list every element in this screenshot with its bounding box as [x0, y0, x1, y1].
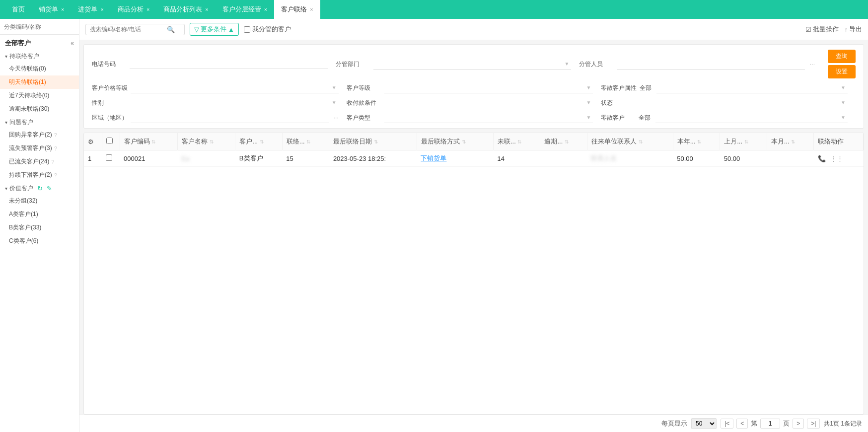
sidebar-item-b-class[interactable]: B类客户(33)	[0, 221, 79, 234]
nav-sales-order[interactable]: 销货单 ×	[32, 0, 71, 19]
last-method-link[interactable]: 下销货单	[421, 154, 446, 162]
my-customers-checkbox[interactable]	[244, 26, 250, 33]
export-button[interactable]: ↑ 导出	[845, 25, 863, 34]
filter-customer-level: 客户等级 ▼	[347, 82, 601, 93]
toolbar: 🔍 ▽ 更多条件 ▲ 我分管的客户 ☑ 批量操作 ↑ 导出	[79, 19, 868, 40]
action-phone-icon[interactable]: 📞	[818, 155, 826, 162]
search-input[interactable]	[90, 26, 164, 33]
sidebar-item-churned[interactable]: 已流失客户(24) ?	[0, 155, 79, 168]
sidebar-item-overdue-contact[interactable]: 逾期未联络(30)	[0, 102, 79, 116]
col-checkbox[interactable]	[102, 133, 120, 150]
search-icon[interactable]: 🔍	[167, 26, 175, 33]
filter-customer-type-select[interactable]: ▼	[384, 112, 593, 123]
cell-index: 1	[84, 150, 102, 167]
filter-gender: 性别 ▼	[92, 97, 347, 108]
nav-product-analysis-list[interactable]: 商品分析列表 ×	[156, 0, 215, 19]
sort-icon-this-month: ⇅	[791, 139, 795, 144]
per-page-select[interactable]: 50 100 200	[691, 418, 717, 429]
nav-close-customer-stratification[interactable]: ×	[264, 6, 267, 12]
sidebar-item-7days-pending[interactable]: 近7天待联络(0)	[0, 89, 79, 102]
nav-customer-contact[interactable]: 客户联络 ×	[274, 0, 320, 19]
help-icon-1: ?	[54, 132, 57, 138]
filter-payment-select[interactable]: ▼	[384, 97, 593, 108]
action-more-icon[interactable]: ⋮⋮	[830, 155, 843, 162]
page-last-button[interactable]: >|	[807, 419, 820, 429]
top-navigation: 首页 销货单 × 进货单 × 商品分析 × 商品分析列表 × 客户分层经营 × …	[0, 0, 868, 19]
filter-dept-select[interactable]: ▼	[373, 59, 572, 70]
nav-close-purchase-order[interactable]: ×	[100, 6, 103, 12]
dept-dropdown-icon: ▼	[564, 61, 569, 67]
export-icon: ↑	[845, 26, 848, 33]
customer-type-dropdown-icon: ▼	[586, 115, 591, 120]
sidebar-item-c-class[interactable]: C类客户(6)	[0, 234, 79, 248]
sidebar-item-today-pending[interactable]: 今天待联络(0)	[0, 62, 79, 75]
sort-icon-type: ⇅	[260, 139, 264, 144]
sidebar-group-problem[interactable]: 问题客户	[0, 116, 79, 128]
sidebar-item-churn-warning[interactable]: 流失预警客户(3) ?	[0, 142, 79, 155]
cell-name[interactable]: Ea	[177, 150, 235, 167]
cell-last-method[interactable]: 下销货单	[417, 150, 493, 167]
nav-product-analysis[interactable]: 商品分析 ×	[111, 0, 156, 19]
page-prev-button[interactable]: <	[736, 419, 748, 429]
sidebar-group-value[interactable]: 价值客户 ↻ ✎	[0, 182, 79, 194]
collapse-icon[interactable]: «	[71, 40, 74, 47]
value-group-refresh-icon[interactable]: ↻	[37, 185, 43, 192]
sidebar-item-declining[interactable]: 持续下滑客户(2) ?	[0, 168, 79, 182]
my-customers-checkbox-label[interactable]: 我分管的客户	[244, 25, 291, 34]
main-content: 🔍 ▽ 更多条件 ▲ 我分管的客户 ☑ 批量操作 ↑ 导出	[79, 19, 868, 432]
nav-close-customer-contact[interactable]: ×	[310, 6, 313, 12]
sidebar-item-a-class[interactable]: A类客户(1)	[0, 208, 79, 221]
col-last-contact-method: 最后联络方式 ⇅	[417, 133, 493, 150]
filter-area-select[interactable]	[131, 112, 329, 123]
filter-phone-input[interactable]	[130, 60, 328, 69]
page-number-input[interactable]	[760, 419, 780, 429]
page-next-button[interactable]: >	[793, 419, 804, 429]
filter-phone: 电话号码	[92, 60, 336, 69]
more-filter-button[interactable]: ▽ 更多条件 ▲	[190, 23, 239, 36]
nav-close-product-analysis[interactable]: ×	[146, 6, 149, 12]
area-ellipsis-button[interactable]: ···	[334, 114, 339, 121]
price-level-dropdown-icon: ▼	[332, 85, 337, 90]
filter-retail-customer-select[interactable]: ▼	[655, 112, 848, 123]
col-last-month: 上月... ⇅	[720, 133, 767, 150]
filter-customer-level-select[interactable]: ▼	[384, 82, 593, 93]
sort-icon-method: ⇅	[462, 139, 466, 144]
settings-button[interactable]: 设置	[828, 65, 856, 78]
nav-purchase-order[interactable]: 进货单 ×	[71, 0, 110, 19]
sidebar-search-input[interactable]	[4, 23, 78, 30]
filter-retail-attr-select[interactable]: ▼	[656, 82, 848, 93]
nav-close-product-analysis-list[interactable]: ×	[205, 6, 208, 12]
filter-status-select[interactable]: ▼	[639, 97, 848, 108]
cell-this-month	[767, 150, 814, 167]
row-checkbox[interactable]	[106, 154, 112, 161]
nav-home[interactable]: 首页	[5, 0, 32, 19]
sidebar-group-pending[interactable]: 待联络客户	[0, 50, 79, 62]
all-customers-title: 全部客户 «	[0, 35, 79, 50]
batch-operation-button[interactable]: ☑ 批量操作	[805, 25, 839, 34]
gender-dropdown-icon: ▼	[332, 100, 337, 105]
nav-customer-stratification[interactable]: 客户分层经营 ×	[216, 0, 274, 19]
batch-op-check-icon: ☑	[805, 26, 811, 33]
sort-icon-last-month: ⇅	[744, 139, 748, 144]
cell-uncontacted: 14	[493, 150, 540, 167]
person-ellipsis-button[interactable]: ···	[810, 61, 815, 68]
sidebar-item-repurchase-abnormal[interactable]: 回购异常客户(2) ?	[0, 128, 79, 142]
filter-price-level-select[interactable]: ▼	[131, 82, 339, 93]
value-group-edit-icon[interactable]: ✎	[47, 185, 52, 192]
sort-icon-code: ⇅	[151, 139, 155, 144]
col-this-year: 本年... ⇅	[673, 133, 720, 150]
filter-panel: 电话号码 分管部门 ▼ 分管人员 ···	[83, 44, 864, 129]
sidebar-item-tomorrow-pending[interactable]: 明天待联络(1)	[0, 75, 79, 89]
filter-actions: 查询 设置	[828, 50, 856, 78]
query-button[interactable]: 查询	[828, 50, 856, 63]
nav-close-sales-order[interactable]: ×	[61, 6, 64, 12]
select-all-checkbox[interactable]	[106, 138, 113, 144]
filter-person-select[interactable]	[617, 59, 805, 70]
sort-icon-date: ⇅	[374, 139, 378, 144]
sidebar-item-ungrouped[interactable]: 未分组(32)	[0, 194, 79, 208]
page-first-button[interactable]: |<	[721, 419, 733, 429]
filter-gender-select[interactable]: ▼	[130, 97, 339, 108]
cell-checkbox[interactable]	[102, 150, 120, 167]
col-settings[interactable]: ⚙	[84, 133, 102, 150]
sort-icon-year: ⇅	[697, 139, 701, 144]
